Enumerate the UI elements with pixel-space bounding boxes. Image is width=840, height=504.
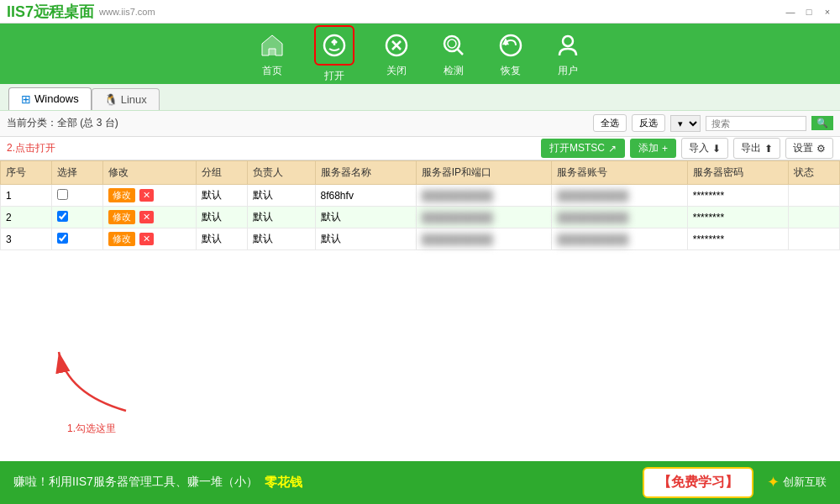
import-icon: ⬇ — [712, 143, 721, 155]
add-label: 添加 — [638, 141, 659, 155]
search-input[interactable] — [706, 116, 806, 131]
open-mstsc-button[interactable]: 打开MSTSC ↗ — [541, 139, 625, 158]
bottom-banner: 赚啦！利用IIS7服务器管理工具、赚一堆（小） 零花钱 【免费学习】 ✦ 创新互… — [0, 461, 840, 504]
cell-seq: 3 — [1, 228, 52, 250]
table-header-row: 序号 选择 修改 分组 负责人 服务器名称 服务器IP和端口 服务器账号 服务器… — [1, 161, 840, 185]
banner-prefix: 赚啦！利用IIS7服务器管理工具、赚一堆（小） — [13, 475, 258, 490]
svg-point-8 — [563, 36, 573, 46]
row-checkbox[interactable] — [57, 233, 68, 244]
row-checkbox[interactable] — [57, 189, 68, 200]
settings-icon: ⚙ — [816, 143, 826, 155]
th-status: 状态 — [788, 161, 839, 185]
mstsc-label: 打开MSTSC — [549, 141, 605, 155]
add-button[interactable]: 添加 + — [630, 139, 676, 158]
th-password: 服务器密码 — [687, 161, 788, 185]
minimize-button[interactable]: — — [785, 6, 796, 18]
export-label: 导出 — [741, 141, 761, 155]
cell-status — [788, 228, 839, 250]
cell-account: ██████████ — [552, 207, 687, 228]
row-checkbox[interactable] — [57, 211, 68, 222]
edit-button[interactable]: 修改 — [108, 210, 135, 224]
title-bar-left: IIS7远程桌面 www.iis7.com — [7, 2, 155, 22]
delete-button[interactable]: ✕ — [139, 233, 154, 245]
th-ip: 服务器IP和端口 — [416, 161, 551, 185]
tab-windows[interactable]: ⊞ Windows — [8, 87, 92, 110]
invert-select-button[interactable]: 反选 — [632, 114, 665, 132]
cell-ip: ██████████ — [416, 228, 551, 250]
windows-icon: ⊞ — [21, 92, 31, 106]
top-nav: 首页 打开 关闭 — [0, 24, 840, 84]
cell-group: 默认 — [196, 185, 247, 207]
th-owner: 负责人 — [247, 161, 315, 185]
edit-button[interactable]: 修改 — [108, 232, 135, 246]
cell-account: ██████████ — [552, 185, 687, 207]
cell-account: ██████████ — [552, 228, 687, 250]
home-icon — [257, 30, 287, 60]
toolbar: 当前分类：全部 (总 3 台) 全选 反选 ▾ 🔍 — [0, 111, 840, 138]
brand-icon: ✦ — [767, 473, 780, 491]
nav-home[interactable]: 首页 — [244, 24, 301, 85]
nav-home-label: 首页 — [262, 64, 282, 78]
nav-open-label: 打开 — [324, 69, 344, 83]
cell-password: ******** — [687, 207, 788, 228]
cell-checkbox[interactable] — [51, 207, 102, 228]
cell-name: 默认 — [315, 207, 416, 228]
nav-open-wrapper — [314, 25, 354, 66]
free-learn-button[interactable]: 【免费学习】 — [643, 467, 753, 498]
cell-status — [788, 185, 839, 207]
cell-seq: 1 — [1, 185, 52, 207]
nav-restore[interactable]: 恢复 — [482, 24, 539, 85]
svg-line-4 — [457, 49, 463, 55]
cell-status — [788, 207, 839, 228]
maximize-button[interactable]: □ — [803, 6, 815, 18]
cell-checkbox[interactable] — [51, 228, 102, 250]
settings-button[interactable]: 设置 ⚙ — [785, 138, 833, 159]
main-content: ⊞ Windows 🐧 Linux 当前分类：全部 (总 3 台) 全选 反选 … — [0, 84, 840, 504]
nav-detect[interactable]: 检测 — [425, 24, 482, 85]
filter-select[interactable]: ▾ — [670, 115, 701, 132]
canvas-area: 1.勾选这里 — [0, 344, 840, 461]
close-button[interactable]: × — [822, 6, 833, 18]
edit-button[interactable]: 修改 — [108, 188, 135, 202]
select-all-button[interactable]: 全选 — [593, 114, 627, 132]
import-button[interactable]: 导入 ⬇ — [681, 138, 728, 159]
th-edit: 修改 — [102, 161, 196, 185]
annotation-bar: 2.点击打开 打开MSTSC ↗ 添加 + 导入 ⬇ 导出 ⬆ 设置 ⚙ — [0, 137, 840, 160]
cell-ip: ██████████ — [416, 207, 551, 228]
table-row: 1 修改 ✕ 默认 默认 8f68hfv ██████████ ████████… — [1, 185, 840, 207]
add-icon: + — [662, 143, 668, 155]
nav-user-label: 用户 — [558, 64, 578, 78]
mstsc-icon: ↗ — [608, 143, 617, 155]
export-button[interactable]: 导出 ⬆ — [733, 138, 780, 159]
cell-name: 8f68hfv — [315, 185, 416, 207]
cell-group: 默认 — [196, 228, 247, 250]
settings-label: 设置 — [793, 141, 813, 155]
nav-close[interactable]: 关闭 — [368, 24, 425, 85]
tab-linux[interactable]: 🐧 Linux — [92, 88, 160, 110]
cell-edit: 修改 ✕ — [102, 207, 196, 228]
delete-button[interactable]: ✕ — [139, 211, 154, 223]
action-buttons: 打开MSTSC ↗ 添加 + 导入 ⬇ 导出 ⬆ 设置 ⚙ — [541, 138, 833, 159]
title-bar-controls: — □ × — [785, 6, 833, 18]
nav-restore-label: 恢复 — [501, 64, 521, 78]
table-row: 2 修改 ✕ 默认 默认 默认 ██████████ ██████████ **… — [1, 207, 840, 228]
linux-icon: 🐧 — [104, 93, 118, 106]
table-container: 序号 选择 修改 分组 负责人 服务器名称 服务器IP和端口 服务器账号 服务器… — [0, 160, 840, 344]
app-url: www.iis7.com — [99, 7, 155, 17]
cell-ip: ██████████ — [416, 185, 551, 207]
nav-user[interactable]: 用户 — [539, 24, 596, 85]
search-button[interactable]: 🔍 — [811, 116, 833, 130]
delete-button[interactable]: ✕ — [139, 189, 154, 202]
arrow-svg — [42, 344, 143, 419]
import-label: 导入 — [689, 141, 709, 155]
cell-edit: 修改 ✕ — [102, 228, 196, 250]
app-logo: IIS7远程桌面 — [7, 2, 94, 22]
th-group: 分组 — [196, 161, 247, 185]
cell-owner: 默认 — [247, 185, 315, 207]
nav-open[interactable]: 打开 — [301, 18, 368, 90]
restore-icon — [496, 30, 526, 60]
cell-checkbox[interactable] — [51, 185, 102, 207]
table-row: 3 修改 ✕ 默认 默认 默认 ██████████ ██████████ **… — [1, 228, 840, 250]
export-icon: ⬆ — [764, 143, 773, 155]
banner-highlight: 零花钱 — [265, 475, 302, 491]
